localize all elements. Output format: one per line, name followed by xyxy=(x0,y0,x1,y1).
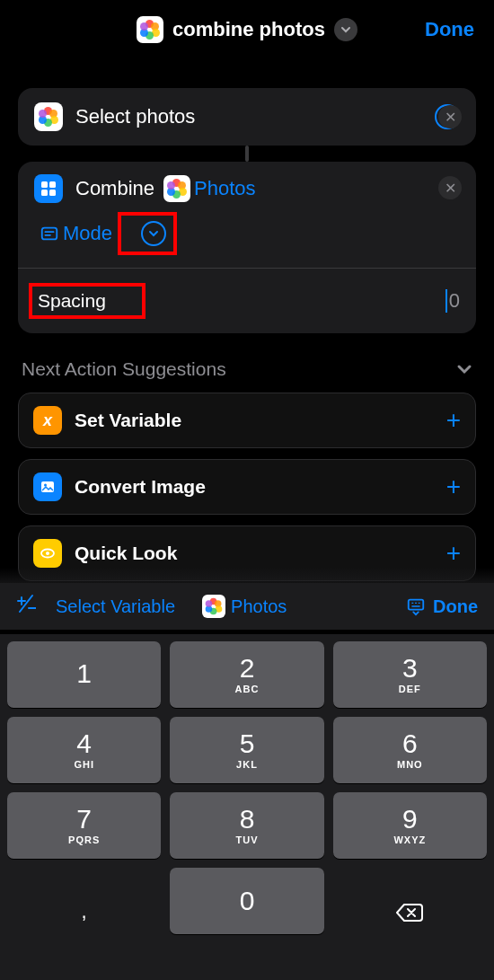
suggestions-title: Next Action Suggestions xyxy=(22,358,226,380)
eye-icon xyxy=(33,539,62,568)
photos-variable-chip[interactable]: Photos xyxy=(202,595,287,618)
spacing-parameter-row[interactable]: Spacing 0 xyxy=(18,268,476,333)
svg-rect-1 xyxy=(49,181,56,188)
key-5[interactable]: 5JKL xyxy=(170,717,323,783)
collapse-action-button[interactable] xyxy=(141,221,166,246)
key-comma[interactable]: , xyxy=(7,868,161,934)
photos-variable-label: Photos xyxy=(231,596,287,617)
svg-rect-4 xyxy=(42,228,57,240)
done-label: Done xyxy=(433,596,478,617)
title-menu-button[interactable] xyxy=(334,18,357,41)
svg-point-6 xyxy=(44,484,47,487)
mode-label: Mode xyxy=(63,222,112,245)
header: combine photos Done xyxy=(0,0,494,61)
combine-action[interactable]: Combine Photos ✕ Mode xyxy=(18,162,476,268)
key-9[interactable]: 9WXYZ xyxy=(333,792,487,859)
key-1[interactable]: 1 xyxy=(7,641,161,708)
svg-rect-9 xyxy=(409,600,424,610)
remove-action-button[interactable]: ✕ xyxy=(438,105,462,128)
key-2[interactable]: 2ABC xyxy=(170,641,323,708)
spacing-input[interactable]: 0 xyxy=(445,289,460,313)
keyboard-done-button[interactable]: Done xyxy=(406,596,478,617)
suggestion-label: Quick Look xyxy=(75,543,446,564)
done-button[interactable]: Done xyxy=(425,18,474,41)
svg-rect-2 xyxy=(41,190,48,196)
key-4[interactable]: 4GHI xyxy=(7,717,161,783)
select-photos-action[interactable]: Select photos ✕ xyxy=(18,88,476,146)
spacing-label: Spacing xyxy=(38,290,106,311)
select-variable-button[interactable]: Select Variable xyxy=(56,596,175,617)
photos-icon xyxy=(34,102,63,131)
combine-label: Combine xyxy=(75,177,154,200)
keyboard-dismiss-icon xyxy=(406,596,426,616)
photos-icon xyxy=(202,595,225,618)
svg-rect-3 xyxy=(49,190,56,196)
svg-rect-0 xyxy=(41,181,48,188)
key-0[interactable]: 0 xyxy=(170,868,323,934)
image-icon xyxy=(33,472,62,501)
action-connector xyxy=(245,146,249,162)
plus-minus-icon[interactable] xyxy=(16,594,36,619)
photos-variable[interactable]: Photos xyxy=(163,175,256,202)
photos-variable-label: Photos xyxy=(194,177,256,200)
combine-grid-icon xyxy=(34,174,63,203)
chevron-down-icon xyxy=(340,24,351,35)
svg-point-8 xyxy=(46,552,49,555)
key-8[interactable]: 8TUV xyxy=(170,792,323,859)
photos-app-icon xyxy=(137,16,163,43)
key-6[interactable]: 6MNO xyxy=(333,717,487,783)
variable-toolbar: Select Variable Photos Done xyxy=(0,583,494,630)
key-backspace[interactable] xyxy=(333,868,487,934)
mode-icon xyxy=(40,224,59,243)
suggestion-convert-image[interactable]: Convert Image + xyxy=(18,459,476,515)
add-suggestion-button[interactable]: + xyxy=(446,472,461,501)
chevron-down-icon xyxy=(148,228,159,239)
backspace-icon xyxy=(395,902,424,923)
suggestion-set-variable[interactable]: x Set Variable + xyxy=(18,393,476,448)
variable-icon: x xyxy=(33,406,62,435)
add-suggestion-button[interactable]: + xyxy=(446,539,461,568)
shortcut-title[interactable]: combine photos xyxy=(172,18,325,41)
key-7[interactable]: 7PQRS xyxy=(7,792,161,859)
photos-icon xyxy=(163,175,190,202)
numeric-keypad: 1 2ABC 3DEF 4GHI 5JKL 6MNO 7PQRS 8TUV 9W… xyxy=(0,634,494,980)
select-photos-label: Select photos xyxy=(75,105,424,128)
mode-parameter[interactable]: Mode xyxy=(40,222,112,245)
svg-rect-5 xyxy=(41,481,54,492)
chevron-down-icon xyxy=(456,361,472,377)
key-3[interactable]: 3DEF xyxy=(333,641,487,708)
suggestion-label: Convert Image xyxy=(75,476,446,498)
suggestions-header[interactable]: Next Action Suggestions xyxy=(18,333,476,393)
remove-action-button[interactable]: ✕ xyxy=(438,176,462,199)
suggestion-label: Set Variable xyxy=(75,410,446,431)
add-suggestion-button[interactable]: + xyxy=(446,406,461,435)
